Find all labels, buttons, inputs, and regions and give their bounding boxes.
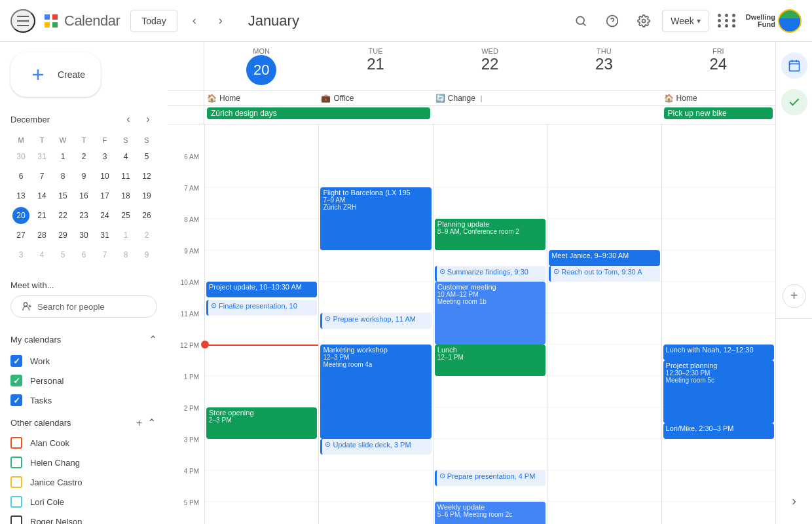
event-project-planning[interactable]: Project planning 12:30–2:30 PM Meeting r… xyxy=(663,360,774,423)
mini-day-cell[interactable]: 18 xyxy=(117,187,134,204)
event-lunch[interactable]: Lunch 12–1 PM xyxy=(435,345,545,376)
event-lori-mike[interactable]: Lori/Mike, 2:30–3 PM xyxy=(663,423,774,439)
mini-day-cell[interactable]: 25 xyxy=(117,207,134,224)
other-calendar-item[interactable]: Janice Castro xyxy=(10,472,157,492)
mini-day-cell[interactable]: 14 xyxy=(33,187,50,204)
mini-day-cell[interactable]: 29 xyxy=(54,227,71,244)
mini-day-cell[interactable]: 6 xyxy=(12,168,29,185)
my-calendars-header[interactable]: My calendars ⌃ xyxy=(10,328,157,351)
mini-day-cell[interactable]: 4 xyxy=(117,148,134,165)
right-sidebar-calendar-icon[interactable] xyxy=(781,52,807,79)
user-account[interactable]: Dwelling Fund xyxy=(746,9,802,33)
allday-fri[interactable]: Pick up new bike xyxy=(661,106,775,124)
mini-day-cell[interactable]: 7 xyxy=(33,168,50,185)
mini-prev-button[interactable]: ‹ xyxy=(119,110,138,128)
mini-day-cell[interactable]: 7 xyxy=(96,246,113,263)
mini-day-cell[interactable]: 17 xyxy=(96,187,113,204)
event-weekly-update[interactable]: Weekly update 5–6 PM, Meeting room 2c xyxy=(435,502,545,524)
mini-day-cell[interactable]: 16 xyxy=(75,187,92,204)
event-store-opening[interactable]: Store opening 2–3 PM xyxy=(206,407,317,439)
my-calendar-item[interactable]: ✓Tasks xyxy=(10,390,157,410)
my-calendar-item[interactable]: ✓Personal xyxy=(10,371,157,390)
settings-button[interactable] xyxy=(631,8,657,34)
mini-day-header: F xyxy=(94,134,115,147)
other-calendars-header[interactable]: Other calendars + ⌃ xyxy=(10,415,157,430)
mini-day-cell[interactable]: 2 xyxy=(75,148,92,165)
mini-day-cell[interactable]: 11 xyxy=(117,168,134,185)
event-flight-barcelona[interactable]: Flight to Barcelona (LX 195 7–9 AM Züric… xyxy=(320,187,431,250)
event-marketing-workshop[interactable]: Marketing workshop 12–3 PM Meeting room … xyxy=(320,345,431,439)
search-people-button[interactable]: Search for people xyxy=(10,295,157,318)
mini-day-cell[interactable]: 8 xyxy=(54,168,71,185)
mini-day-cell[interactable]: 9 xyxy=(138,246,155,263)
other-calendar-label: Roger Nelson xyxy=(30,517,83,525)
other-calendars-chevron-button[interactable]: ⌃ xyxy=(146,415,157,430)
event-customer-meeting[interactable]: Customer meeting 10 AM–12 PM Meeting roo… xyxy=(435,282,545,345)
user-org-line1: Dwelling xyxy=(746,14,775,21)
help-button[interactable] xyxy=(599,8,625,34)
mini-day-cell[interactable]: 15 xyxy=(54,187,71,204)
allday-event-bike[interactable]: Pick up new bike xyxy=(664,107,773,119)
other-calendar-item[interactable]: Roger Nelson xyxy=(10,512,157,524)
add-other-calendar-button[interactable]: + xyxy=(135,415,143,430)
location-wed[interactable]: 🔄 Change | xyxy=(433,91,547,105)
mini-day-cell[interactable]: 26 xyxy=(138,207,155,224)
mini-day-cell[interactable]: 19 xyxy=(138,187,155,204)
mini-day-cell[interactable]: 6 xyxy=(75,246,92,263)
search-button[interactable] xyxy=(568,8,594,34)
svg-rect-4 xyxy=(52,22,58,28)
mini-day-cell[interactable]: 5 xyxy=(54,246,71,263)
add-button[interactable]: + xyxy=(783,284,806,308)
mini-day-cell[interactable]: 1 xyxy=(54,148,71,165)
right-sidebar-check-icon[interactable] xyxy=(781,89,807,115)
mini-day-cell[interactable]: 12 xyxy=(138,168,155,185)
mini-day-cell[interactable]: 30 xyxy=(75,227,92,244)
mini-day-cell[interactable]: 10 xyxy=(96,168,113,185)
mini-day-cell[interactable]: 22 xyxy=(54,207,71,224)
other-calendar-item[interactable]: Helen Chang xyxy=(10,453,157,472)
mini-day-cell[interactable]: 24 xyxy=(96,207,113,224)
mini-day-cell[interactable]: 31 xyxy=(96,227,113,244)
event-prepare-workshop[interactable]: ⊙Prepare workshop, 11 AM xyxy=(320,313,431,329)
event-lunch-noah[interactable]: Lunch with Noah, 12–12:30 xyxy=(663,345,774,360)
mini-day-cell[interactable]: 5 xyxy=(138,148,155,165)
mini-day-cell[interactable]: 3 xyxy=(96,148,113,165)
mini-day-cell[interactable]: 3 xyxy=(12,246,29,263)
other-calendar-item[interactable]: Lori Cole xyxy=(10,492,157,512)
today-button[interactable]: Today xyxy=(130,10,177,32)
event-prepare-presentation[interactable]: ⊙Prepare presentation, 4 PM xyxy=(435,470,545,486)
next-button[interactable]: › xyxy=(209,9,232,33)
mini-day-cell[interactable]: 23 xyxy=(75,207,92,224)
mini-day-cell[interactable]: 21 xyxy=(33,207,50,224)
mini-day-cell[interactable]: 13 xyxy=(12,187,29,204)
event-summarize-findings[interactable]: ⊙Summarize findings, 9:30 xyxy=(435,266,545,282)
prev-button[interactable]: ‹ xyxy=(183,9,206,33)
view-select[interactable]: Week ▾ xyxy=(662,10,709,32)
mini-day-cell[interactable]: 28 xyxy=(33,227,50,244)
calendar-checkbox: ✓ xyxy=(10,375,22,386)
mini-day-cell[interactable]: 8 xyxy=(117,246,134,263)
event-planning-update[interactable]: Planning update 8–9 AM, Conference room … xyxy=(435,219,545,250)
apps-button[interactable] xyxy=(714,8,741,34)
allday-zurich[interactable]: Zürich design days xyxy=(204,106,433,124)
mini-day-cell[interactable]: 9 xyxy=(75,168,92,185)
collapse-button[interactable]: › xyxy=(781,487,807,514)
event-reach-out-tom[interactable]: ⊙Reach out to Tom, 9:30 A xyxy=(549,266,659,282)
create-button[interactable]: Create xyxy=(10,52,101,97)
event-project-update[interactable]: Project update, 10–10:30 AM xyxy=(206,282,317,297)
mini-day-cell[interactable]: 4 xyxy=(33,246,50,263)
menu-button[interactable] xyxy=(10,9,35,33)
mini-day-cell[interactable]: 20 xyxy=(12,207,29,224)
mini-next-button[interactable]: › xyxy=(139,110,157,128)
mini-day-cell[interactable]: 27 xyxy=(12,227,29,244)
my-calendar-item[interactable]: ✓Work xyxy=(10,351,157,371)
allday-event-zurich[interactable]: Zürich design days xyxy=(207,107,430,119)
other-calendar-item[interactable]: Alan Cook xyxy=(10,433,157,453)
mini-day-cell[interactable]: 1 xyxy=(117,227,134,244)
event-update-slide-deck[interactable]: ⊙Update slide deck, 3 PM xyxy=(320,439,431,455)
mini-day-cell[interactable]: 2 xyxy=(138,227,155,244)
event-finalize-presentation[interactable]: ⊙Finalize presentation, 10 xyxy=(206,300,317,316)
event-meet-janice[interactable]: Meet Janice, 9–9:30 AM xyxy=(549,250,659,266)
mini-day-cell[interactable]: 31 xyxy=(33,148,50,165)
mini-day-cell[interactable]: 30 xyxy=(12,148,29,165)
